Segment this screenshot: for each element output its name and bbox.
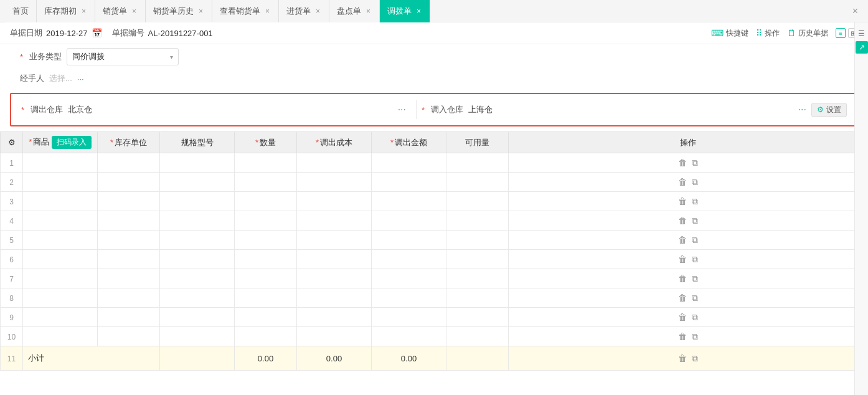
available-cell[interactable] — [446, 173, 509, 192]
close-transfer-order[interactable]: × — [415, 7, 422, 16]
cost-cell[interactable] — [297, 211, 372, 231]
amount-cell[interactable] — [372, 269, 446, 288]
qty-cell[interactable] — [235, 211, 297, 231]
available-cell[interactable] — [446, 269, 509, 288]
qty-cell[interactable] — [235, 269, 297, 288]
delete-icon[interactable]: 🗑 — [678, 331, 687, 341]
unit-cell[interactable] — [98, 269, 160, 288]
sidebar-expand-icon[interactable]: ↗ — [856, 41, 868, 54]
unit-cell[interactable] — [98, 173, 160, 192]
tab-home[interactable]: 首页 — [5, 0, 37, 22]
cost-cell[interactable] — [297, 192, 372, 211]
copy-icon[interactable]: ⧉ — [692, 177, 698, 188]
product-cell[interactable] — [23, 153, 98, 173]
business-select[interactable]: 同价调拨 ▾ — [67, 48, 179, 65]
available-cell[interactable] — [446, 250, 509, 269]
delete-icon[interactable]: 🗑 — [678, 312, 687, 322]
cost-cell[interactable] — [297, 327, 372, 346]
spec-cell[interactable] — [160, 250, 235, 269]
tab-inventory-check[interactable]: 盘点单 × — [329, 0, 380, 22]
amount-cell[interactable] — [372, 192, 446, 211]
copy-icon[interactable]: ⧉ — [692, 216, 698, 226]
shortcuts-btn[interactable]: ⌨ 快捷键 — [711, 28, 748, 39]
unit-cell[interactable] — [98, 192, 160, 211]
close-all-tabs[interactable]: × — [847, 6, 863, 17]
layout-list-icon[interactable]: ≡ — [836, 28, 846, 38]
unit-cell[interactable] — [98, 250, 160, 269]
unit-cell[interactable] — [98, 153, 160, 173]
tab-inventory-init[interactable]: 库存期初 × — [37, 0, 95, 22]
product-cell[interactable] — [23, 250, 98, 269]
tab-sales-history[interactable]: 销货单历史 × — [146, 0, 212, 22]
amount-cell[interactable] — [372, 173, 446, 192]
cost-cell[interactable] — [297, 250, 372, 269]
copy-icon[interactable]: ⧉ — [692, 235, 698, 245]
cost-cell[interactable] — [297, 308, 372, 327]
amount-cell[interactable] — [372, 211, 446, 231]
delete-icon[interactable]: 🗑 — [678, 177, 687, 187]
amount-cell[interactable] — [372, 308, 446, 327]
qty-cell[interactable] — [235, 308, 297, 327]
tab-view-sales[interactable]: 查看销货单 × — [212, 0, 279, 22]
spec-cell[interactable] — [160, 211, 235, 231]
delete-icon[interactable]: 🗑 — [678, 274, 687, 283]
available-cell[interactable] — [446, 327, 509, 346]
out-warehouse-more[interactable]: ··· — [393, 104, 411, 115]
delete-icon[interactable]: 🗑 — [678, 254, 687, 264]
amount-cell[interactable] — [372, 250, 446, 269]
scan-input-btn[interactable]: 扫码录入 — [52, 136, 92, 149]
spec-cell[interactable] — [160, 231, 235, 250]
copy-icon[interactable]: ⧉ — [692, 158, 698, 168]
tab-transfer-order[interactable]: 调拨单 × — [380, 0, 430, 22]
copy-icon[interactable]: ⧉ — [692, 196, 698, 207]
settings-button[interactable]: ⚙ 设置 — [811, 103, 847, 117]
tab-purchase-order[interactable]: 进货单 × — [279, 0, 329, 22]
product-cell[interactable] — [23, 327, 98, 346]
close-sales-order[interactable]: × — [131, 7, 138, 16]
delete-icon[interactable]: 🗑 — [678, 293, 687, 303]
qty-cell[interactable] — [235, 173, 297, 192]
cost-cell[interactable] — [297, 269, 372, 288]
spec-cell[interactable] — [160, 327, 235, 346]
th-gear[interactable]: ⚙ — [1, 132, 23, 153]
unit-cell[interactable] — [98, 288, 160, 308]
available-cell[interactable] — [446, 211, 509, 231]
cost-cell[interactable] — [297, 288, 372, 308]
copy-icon[interactable]: ⧉ — [692, 312, 698, 323]
unit-cell[interactable] — [98, 231, 160, 250]
unit-cell[interactable] — [98, 327, 160, 346]
close-sales-history[interactable]: × — [197, 7, 204, 16]
spec-cell[interactable] — [160, 269, 235, 288]
available-cell[interactable] — [446, 153, 509, 173]
copy-icon[interactable]: ⧉ — [692, 331, 698, 342]
code-value[interactable]: AL-20191227-001 — [148, 29, 213, 38]
available-cell[interactable] — [446, 192, 509, 211]
delete-icon[interactable]: 🗑 — [678, 196, 687, 206]
tab-sales-order[interactable]: 销货单 × — [95, 0, 146, 22]
product-cell[interactable] — [23, 192, 98, 211]
qty-cell[interactable] — [235, 288, 297, 308]
available-cell[interactable] — [446, 288, 509, 308]
spec-cell[interactable] — [160, 288, 235, 308]
cost-cell[interactable] — [297, 153, 372, 173]
copy-icon[interactable]: ⧉ — [692, 274, 698, 284]
copy-icon[interactable]: ⧉ — [692, 353, 698, 364]
qty-cell[interactable] — [235, 327, 297, 346]
available-cell[interactable] — [446, 308, 509, 327]
amount-cell[interactable] — [372, 153, 446, 173]
in-warehouse-value[interactable]: 上海仓 — [468, 104, 493, 115]
close-view-sales[interactable]: × — [264, 7, 271, 16]
in-warehouse-more[interactable]: ··· — [793, 104, 811, 115]
product-cell[interactable] — [23, 288, 98, 308]
amount-cell[interactable] — [372, 327, 446, 346]
calendar-icon[interactable]: 📅 — [92, 28, 102, 38]
close-inventory-check[interactable]: × — [365, 7, 372, 16]
delete-icon[interactable]: 🗑 — [678, 235, 687, 245]
qty-cell[interactable] — [235, 192, 297, 211]
product-cell[interactable] — [23, 269, 98, 288]
person-more-icon[interactable]: ··· — [77, 74, 84, 83]
available-cell[interactable] — [446, 231, 509, 250]
qty-cell[interactable] — [235, 153, 297, 173]
unit-cell[interactable] — [98, 308, 160, 327]
delete-icon[interactable]: 🗑 — [678, 158, 687, 168]
